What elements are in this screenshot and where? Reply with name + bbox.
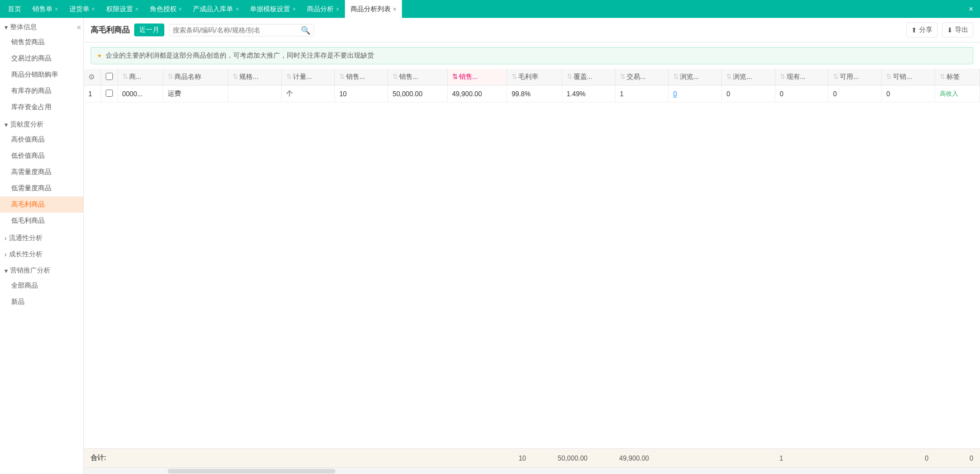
table-footer: 合计: 10 50,000.00 49,900.00 1 0 0 [84, 448, 980, 467]
arrow-down-icon-3: ▾ [4, 267, 8, 275]
col-code[interactable]: ⇅商... [117, 69, 163, 86]
nav-home[interactable]: 首页 [2, 0, 27, 18]
sidebar-item-low-margin[interactable]: 低毛利商品 [0, 213, 83, 229]
col-settings[interactable]: ⚙ [84, 69, 101, 86]
col-available[interactable]: ⇅可用... [828, 69, 882, 86]
nav-sales-order[interactable]: 销售单 × [27, 0, 64, 18]
settings-icon[interactable]: ⚙ [88, 73, 95, 81]
table-header-row: ⚙ ⇅商... ⇅商品名称 ⇅规格... ⇅计量... ⇅销售... ⇅销售..… [84, 69, 980, 86]
col-sales3[interactable]: ⇅销售... [447, 69, 506, 86]
col-unit[interactable]: ⇅计量... [281, 69, 334, 86]
sidebar-item-low-value[interactable]: 低价值商品 [0, 148, 83, 164]
info-icon: ✦ [97, 52, 102, 60]
sidebar-item-sales-goods[interactable]: 销售货商品 [0, 34, 83, 50]
sidebar-group-contribution[interactable]: ▾ 贡献度分析 [0, 115, 83, 132]
close-permission-icon[interactable]: × [135, 6, 139, 12]
col-gross-margin[interactable]: ⇅毛利率 [507, 69, 562, 86]
table-row: 1 0000... 运费 个 10 50,000.00 49,900.00 99… [84, 86, 980, 102]
sidebar-group-marketing[interactable]: ▾ 营销推广分析 [0, 261, 83, 278]
cell-browse2: 0 [722, 86, 775, 102]
col-sellable[interactable]: ⇅可销... [882, 69, 935, 86]
col-tag[interactable]: ⇅标签 [935, 69, 979, 86]
close-product-storage-icon[interactable]: × [235, 6, 239, 12]
nav-purchase-order[interactable]: 进货单 × [64, 0, 101, 18]
sidebar-item-high-demand[interactable]: 高需量度商品 [0, 164, 83, 180]
close-template-icon[interactable]: × [292, 6, 296, 12]
sidebar-group-overall[interactable]: ▾ 整体信息 [0, 18, 83, 34]
cell-sellable: 0 [882, 86, 935, 102]
close-sales-order-icon[interactable]: × [55, 6, 58, 12]
col-spec[interactable]: ⇅规格... [228, 69, 281, 86]
col-current[interactable]: ⇅现有... [775, 69, 828, 86]
col-browse2[interactable]: ⇅浏览... [722, 69, 775, 86]
col-browse1[interactable]: ⇅浏览... [669, 69, 722, 86]
sidebar-item-inventory-capital[interactable]: 库存资金占用 [0, 99, 83, 115]
export-icon: ⬇ [947, 26, 953, 34]
main-layout: « ▾ 整体信息 销售货商品 交易过的商品 商品分销助购率 有库存的商品 库存资… [0, 18, 980, 474]
sidebar-item-all-goods[interactable]: 全部商品 [0, 278, 83, 294]
nav-product-analysis-list[interactable]: 商品分析列表 × [345, 0, 402, 18]
cell-code: 0000... [117, 86, 163, 102]
product-table: ⚙ ⇅商... ⇅商品名称 ⇅规格... ⇅计量... ⇅销售... ⇅销售..… [84, 69, 980, 102]
sidebar-group-growth[interactable]: › 成长性分析 [0, 245, 83, 261]
sidebar-item-high-margin[interactable]: 高毛利商品 [0, 196, 83, 213]
col-sales2[interactable]: ⇅销售... [388, 69, 447, 86]
footer-available: 0 [895, 454, 929, 462]
col-sales1[interactable]: ⇅销售... [334, 69, 387, 86]
share-button[interactable]: ⬆ 分享 [906, 22, 938, 37]
sidebar-item-high-value[interactable]: 高价值商品 [0, 132, 83, 148]
search-icon[interactable]: 🔍 [301, 26, 310, 35]
cell-sales1: 10 [334, 86, 387, 102]
content-header: 高毛利商品 近一月 🔍 ⬆ 分享 ⬇ 导出 [84, 18, 980, 43]
cell-browse1[interactable]: 0 [669, 86, 722, 102]
top-navigation: 首页 销售单 × 进货单 × 权限设置 × 角色授权 × 产成品入库单 × 单据… [0, 0, 980, 18]
sidebar-item-new-goods[interactable]: 新品 [0, 294, 83, 310]
arrow-right-icon: › [4, 234, 7, 242]
nav-template-settings[interactable]: 单据模板设置 × [244, 0, 301, 18]
nav-product-storage[interactable]: 产成品入库单 × [187, 0, 244, 18]
sidebar-item-distribution-rate[interactable]: 商品分销助购率 [0, 67, 83, 83]
footer-label: 合计: [91, 453, 106, 463]
horizontal-scrollbar[interactable] [168, 469, 335, 473]
search-box: 🔍 [169, 24, 314, 36]
close-role-auth-icon[interactable]: × [179, 6, 182, 12]
sidebar-item-traded-goods[interactable]: 交易过的商品 [0, 50, 83, 67]
sidebar-item-low-demand[interactable]: 低需量度商品 [0, 180, 83, 196]
close-all-button[interactable]: × [964, 4, 978, 13]
nav-role-auth[interactable]: 角色授权 × [144, 0, 188, 18]
share-icon: ⬆ [911, 26, 917, 34]
search-input[interactable] [173, 26, 301, 34]
col-name[interactable]: ⇅商品名称 [163, 69, 228, 86]
col-checkbox [101, 69, 117, 86]
sidebar: « ▾ 整体信息 销售货商品 交易过的商品 商品分销助购率 有库存的商品 库存资… [0, 18, 84, 474]
select-all-checkbox[interactable] [106, 73, 113, 80]
page-title: 高毛利商品 [91, 25, 130, 35]
sidebar-collapse-button[interactable]: « [77, 22, 81, 31]
cell-gross-margin: 99.8% [507, 86, 562, 102]
table-container: ⚙ ⇅商... ⇅商品名称 ⇅规格... ⇅计量... ⇅销售... ⇅销售..… [84, 69, 980, 448]
filter-recent-month-button[interactable]: 近一月 [134, 24, 164, 36]
cell-name: 运费 [163, 86, 228, 102]
cell-current: 0 [775, 86, 828, 102]
close-analysis-icon[interactable]: × [336, 6, 339, 12]
close-purchase-order-icon[interactable]: × [92, 6, 95, 12]
nav-product-analysis[interactable]: 商品分析 × [301, 0, 345, 18]
row-checkbox[interactable] [106, 90, 113, 97]
browse1-link[interactable]: 0 [673, 90, 677, 98]
tag-badge: 高收入 [940, 90, 958, 97]
col-transactions[interactable]: ⇅交易... [615, 69, 668, 86]
arrow-down-icon: ▾ [4, 24, 8, 31]
cell-coverage: 1.49% [562, 86, 615, 102]
col-coverage[interactable]: ⇅覆盖... [562, 69, 615, 86]
sidebar-item-in-stock[interactable]: 有库存的商品 [0, 83, 83, 99]
footer-sales2: 50,000.00 [537, 454, 588, 462]
cell-tag: 高收入 [935, 86, 979, 102]
content-area: 高毛利商品 近一月 🔍 ⬆ 分享 ⬇ 导出 ✦ 企业的主要的利润都是这部分商品创… [84, 18, 980, 474]
close-analysis-list-icon[interactable]: × [393, 6, 396, 12]
footer-sellable: 0 [940, 454, 973, 462]
footer-sales1: 10 [493, 454, 526, 462]
sidebar-group-liquidity[interactable]: › 流通性分析 [0, 229, 83, 245]
export-button[interactable]: ⬇ 导出 [942, 22, 973, 37]
arrow-down-icon-2: ▾ [4, 121, 8, 129]
nav-permission-settings[interactable]: 权限设置 × [101, 0, 144, 18]
